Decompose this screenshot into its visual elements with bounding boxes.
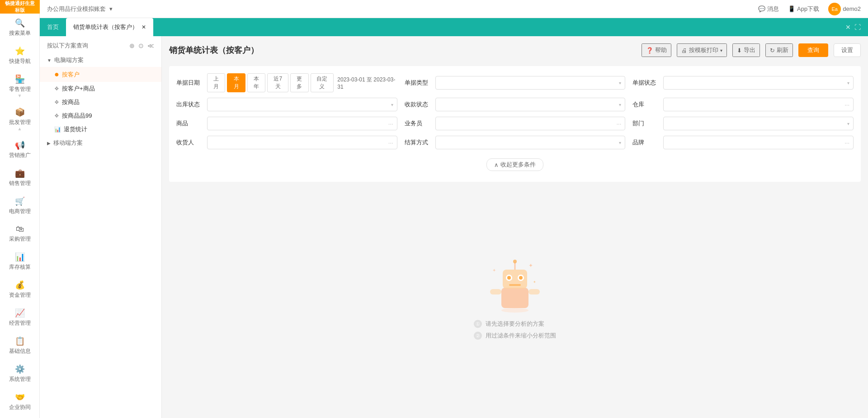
- filter-row-2: 出库状态 ▾ 收款状态 ▾ 仓库: [176, 98, 854, 111]
- date-last-7-days[interactable]: 近7天: [267, 73, 288, 92]
- sidebar-item-newbie[interactable]: 🎯 新手引导: [0, 416, 40, 418]
- brand-more-icon: ···: [844, 139, 849, 146]
- sidebar-item-purchase[interactable]: 🛍 采购管理: [0, 220, 40, 247]
- tree-item-by-customer[interactable]: ● 按客户: [40, 67, 161, 82]
- tab-sales-stats[interactable]: 销货单统计表（按客户） ✕: [66, 18, 153, 36]
- date-this-year[interactable]: 本年: [247, 73, 265, 92]
- query-button[interactable]: 查询: [798, 43, 828, 57]
- goods-input[interactable]: ···: [207, 117, 397, 130]
- tree-item-return-stats[interactable]: 📊 退货统计: [40, 123, 161, 136]
- receipt-status-input[interactable]: ▾: [435, 98, 626, 111]
- settlement-input[interactable]: ▾: [435, 136, 626, 149]
- doc-status-input[interactable]: ▾: [663, 76, 854, 90]
- tab-sales-stats-label: 销货单统计表（按客户）: [73, 23, 138, 31]
- collapse-label: 收起更多条件: [500, 161, 536, 169]
- purchase-icon: 🛍: [16, 224, 24, 234]
- warehouse-input[interactable]: ···: [663, 98, 854, 111]
- sidebar-item-system[interactable]: ⚙️ 系统管理: [0, 360, 40, 388]
- collapse-button[interactable]: ∧ 收起更多条件: [486, 158, 543, 171]
- export-button[interactable]: ⬇ 导出: [732, 43, 760, 57]
- bar-chart-icon: 📊: [54, 126, 61, 133]
- mobile-icon: 📱: [788, 5, 795, 12]
- tree-item-by-goods-99[interactable]: ❖ 按商品品99: [40, 109, 161, 123]
- empty-tip-2: ② 用过滤条件来缩小分析范围: [474, 332, 556, 340]
- settings-label: 设置: [841, 47, 853, 53]
- tree-item-by-goods[interactable]: ❖ 按商品: [40, 95, 161, 109]
- date-custom[interactable]: 自定义: [311, 73, 334, 92]
- content-area: 按以下方案查询 ⊕ ⊙ ≪ ▼ 电脑端方案 ● 按客户 ❖ 按客户+商品: [40, 36, 868, 418]
- sidebar-item-label: 系统管理: [9, 375, 31, 383]
- settings-button[interactable]: 设置: [834, 43, 861, 57]
- tree-mobile-section[interactable]: ▶ 移动端方案: [40, 136, 161, 150]
- date-more[interactable]: 更多: [290, 73, 308, 92]
- tab-actions: ✕ ⛶: [845, 24, 868, 31]
- warehouse-label: 仓库: [632, 100, 660, 109]
- empty-state: ✦ ✦ ✦ ① 请先选择要分析的方案 ② 用过滤条件来缩小分析范围: [169, 187, 861, 411]
- filter-salesperson: 业务员 ···: [405, 117, 626, 130]
- toolbar: ❓ 帮助 🖨 按模板打印 ▾ ⬇ 导出 ↻ 刷新: [642, 43, 861, 57]
- sidebar-item-ecommerce[interactable]: 🛒 电商管理: [0, 192, 40, 220]
- tree-item-by-customer-goods[interactable]: ❖ 按客户+商品: [40, 82, 161, 95]
- refresh-button[interactable]: ↻ 刷新: [765, 43, 793, 57]
- export-label: 导出: [744, 46, 755, 54]
- tab-home[interactable]: 首页: [40, 18, 66, 36]
- sidebar-item-sales[interactable]: 💼 销售管理: [0, 164, 40, 192]
- sidebar-item-marketing[interactable]: 📢 营销推广: [0, 136, 40, 164]
- user-menu[interactable]: Ea demo2: [828, 3, 861, 15]
- main-area: 办公用品行业模拟账套 ▾ 💬 消息 📱 App下载 Ea demo2 首页 销货…: [40, 0, 868, 418]
- tip-text-1: 请先选择要分析的方案: [486, 320, 544, 328]
- receipt-status-dropdown-icon: ▾: [619, 102, 621, 107]
- out-status-input[interactable]: ▾: [207, 98, 397, 111]
- brand-input[interactable]: ···: [663, 136, 854, 149]
- settings-scheme-icon[interactable]: ⊙: [138, 42, 144, 49]
- page-title: 销货单统计表（按客户）: [169, 45, 259, 56]
- sidebar-item-search[interactable]: 🔍 搜索菜单: [0, 14, 40, 42]
- department-input[interactable]: ▾: [663, 117, 854, 130]
- tree-desktop-section[interactable]: ▼ 电脑端方案: [40, 53, 161, 67]
- receiver-input[interactable]: ···: [207, 136, 397, 149]
- tree-desktop-label: 电脑端方案: [54, 56, 84, 64]
- sidebar-item-wholesale[interactable]: 📦 批发管理 ▲: [0, 103, 40, 136]
- sidebar-item-enterprise[interactable]: 🤝 企业协同: [0, 388, 40, 416]
- logo-subtext: 标版: [15, 7, 25, 14]
- settlement-dropdown-icon: ▾: [619, 140, 621, 145]
- date-last-month[interactable]: 上月: [207, 73, 225, 92]
- sidebar-item-label: 搜索菜单: [9, 29, 31, 37]
- add-scheme-icon[interactable]: ⊕: [129, 42, 135, 49]
- salesperson-input[interactable]: ···: [435, 117, 626, 130]
- breadcrumb-dropdown-icon[interactable]: ▾: [109, 5, 113, 12]
- salesperson-label: 业务员: [405, 119, 432, 128]
- sidebar-item-label: 经营管理: [9, 319, 31, 327]
- tree-item-label: 按客户+商品: [62, 85, 95, 93]
- help-button[interactable]: ❓ 帮助: [642, 43, 671, 57]
- svg-point-9: [513, 260, 517, 263]
- sidebar-item-finance[interactable]: 💰 资金管理: [0, 276, 40, 304]
- sidebar-item-retail[interactable]: 🏪 零售管理 ▼: [0, 70, 40, 103]
- doc-status-label: 单据状态: [632, 79, 660, 87]
- date-label: 单据日期: [176, 79, 203, 87]
- sidebar-item-operations[interactable]: 📈 经营管理: [0, 304, 40, 332]
- sidebar-item-label: 库存核算: [9, 263, 31, 271]
- message-button[interactable]: 💬 消息: [758, 5, 779, 13]
- tip-num-1: ①: [474, 320, 482, 328]
- svg-rect-7: [509, 284, 521, 286]
- date-this-month[interactable]: 本月: [227, 73, 245, 92]
- left-panel-icon-group: ⊕ ⊙ ≪: [129, 42, 154, 49]
- doc-type-input[interactable]: ▾: [435, 76, 626, 90]
- tree-item-label: 按商品品99: [62, 112, 92, 120]
- app-download-button[interactable]: 📱 App下载: [788, 5, 819, 13]
- maximize-icon[interactable]: ⛶: [854, 24, 861, 31]
- sidebar-item-shortcuts[interactable]: ⭐ 快捷导航: [0, 42, 40, 70]
- sidebar-item-inventory[interactable]: 📊 库存核算: [0, 247, 40, 276]
- sidebar-item-label: 电商管理: [9, 208, 31, 215]
- chart-icon2: ❖: [54, 99, 59, 105]
- goods-more-icon: ···: [388, 120, 393, 127]
- print-button[interactable]: 🖨 按模板打印 ▾: [677, 43, 727, 57]
- close-window-icon[interactable]: ✕: [845, 24, 851, 31]
- tab-close-icon[interactable]: ✕: [142, 24, 146, 30]
- collapse-panel-icon[interactable]: ≪: [147, 42, 154, 49]
- warehouse-more-icon: ···: [844, 101, 849, 108]
- filter-goods: 商品 ···: [176, 117, 397, 130]
- sidebar-item-basic[interactable]: 📋 基础信息: [0, 332, 40, 360]
- topbar: 办公用品行业模拟账套 ▾ 💬 消息 📱 App下载 Ea demo2: [40, 0, 868, 18]
